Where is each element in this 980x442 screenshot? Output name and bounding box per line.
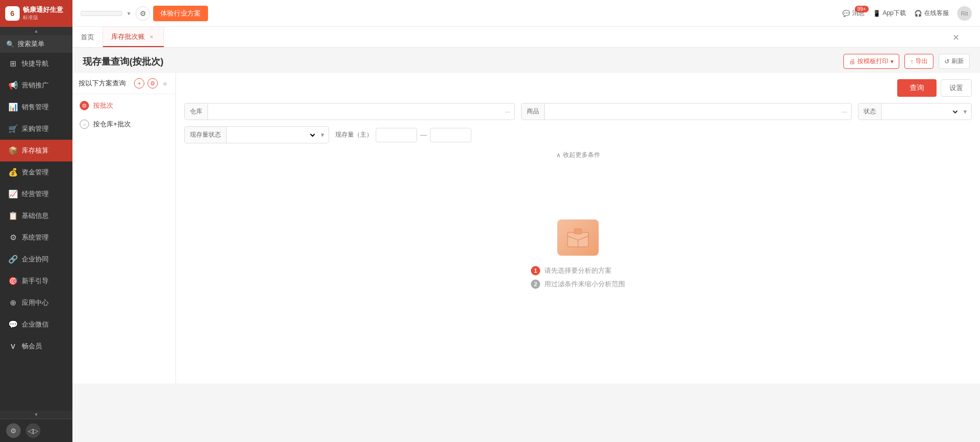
topbar-right: 💬 消息 99+ 📱 App下载 🎧 在线客服 Rit [842,6,972,21]
product-filter: 商品 ··· [521,103,852,120]
tab-panel-close-btn[interactable]: ✕ [953,32,959,42]
svg-rect-1 [574,229,582,234]
page-header: 现存量查询(按批次) 🖨 按模板打印 ▾ ↑ 导出 ↺ 刷新 [72,48,980,73]
status-filter: 状态 ▾ [858,103,972,120]
plan-label-warehouse-batch: 按仓库+批次 [93,120,131,129]
nav-label: 销售管理 [22,102,49,112]
breadcrumb-input[interactable] [81,11,122,16]
step-2-text: 用过滤条件来缩小分析范围 [544,279,625,289]
content-body: 按以下方案查询 + ⚙ « ⚙ 按批次 ○ 按仓库+批次 [72,73,980,384]
app-download-btn[interactable]: 📱 App下载 [873,9,906,18]
sidebar-item-wechat[interactable]: 💬 企业微信 [0,314,72,335]
sidebar-footer: ⚙ ◁▷ [0,419,72,442]
topbar-settings-btn[interactable]: ⚙ [136,6,150,21]
warehouse-label: 仓库 [185,104,208,120]
product-more-icon[interactable]: ··· [838,105,851,119]
settings-btn[interactable]: 设置 [941,79,972,97]
tab-inventory-batch-label: 库存批次账 [111,32,145,41]
sidebar-item-newuser[interactable]: 🎯 新手引导 [0,270,72,292]
toggle-sidebar-btn[interactable]: ◁▷ [26,423,40,438]
export-label: 导出 [915,57,928,66]
nav-label: 应用中心 [22,298,49,307]
left-panel-title: 按以下方案查询 [79,79,126,88]
trial-btn[interactable]: 体验行业方案 [153,6,208,21]
query-btn[interactable]: 查询 [897,79,937,97]
nav-label: 畅会员 [22,342,42,351]
user-menu-btn[interactable]: Rit [957,6,972,21]
tab-home[interactable]: 首页 [72,27,103,47]
refresh-btn[interactable]: ↺ 刷新 [939,54,970,69]
nav-label: 快捷导航 [22,59,49,68]
warehouse-filter: 仓库 ··· [184,103,515,120]
export-icon: ↑ [910,58,913,65]
search-menu-btn[interactable]: 🔍 搜索菜单 [0,35,72,53]
print-btn[interactable]: 🖨 按模板打印 ▾ [843,54,899,69]
message-icon: 💬 [842,10,850,17]
print-label: 按模板打印 [857,57,888,66]
sidebar-item-finance[interactable]: 💰 资金管理 [0,161,72,183]
message-btn[interactable]: 💬 消息 99+ [842,9,865,18]
empty-box-icon [557,219,599,256]
scroll-down-btn[interactable]: ▼ [34,412,39,417]
plan-settings-btn[interactable]: ⚙ [147,78,158,89]
user-avatar: Rit [957,6,972,21]
nav-label: 企业协同 [22,255,49,264]
step-1-badge: 1 [531,266,540,275]
sidebar-item-sales[interactable]: 📊 销售管理 [0,96,72,118]
add-plan-btn[interactable]: + [134,78,144,89]
inventory-qty-max-input[interactable] [430,128,471,142]
sidebar-item-quick-nav[interactable]: ⊞ 快捷导航 [0,53,72,75]
online-service-btn[interactable]: 🎧 在线客服 [914,9,949,18]
step-1-text: 请先选择要分析的方案 [544,266,612,275]
sales-icon: 📊 [8,102,18,112]
ops-icon: 📈 [8,189,18,199]
newuser-icon: 🎯 [8,276,18,286]
inventory-icon: 📦 [8,146,18,155]
sidebar-item-inventory[interactable]: 📦 库存核算 [0,140,72,161]
warehouse-more-icon[interactable]: ··· [501,105,514,119]
sidebar-item-enterprise[interactable]: 🔗 企业协同 [0,248,72,270]
left-panel-header-icons: + ⚙ « [134,78,169,89]
plan-item-warehouse-batch[interactable]: ○ 按仓库+批次 [72,115,175,134]
inventory-qty-min-input[interactable] [376,128,417,142]
app-download-icon: 📱 [873,10,881,17]
sidebar-item-purchase[interactable]: 🛒 采购管理 [0,118,72,140]
tab-inventory-batch[interactable]: 库存批次账 × [103,27,164,47]
filter-row-2: 现存量状态 ▾ 现存量（主） — [184,126,972,143]
plan-label-batch: 按批次 [93,101,113,110]
nav-label: 经营管理 [22,189,49,199]
sidebar-item-marketing[interactable]: 📢 营销推广 [0,75,72,96]
search-icon: 🔍 [6,40,14,48]
export-btn[interactable]: ↑ 导出 [904,54,933,69]
tab-close-btn[interactable]: × [148,33,155,40]
warehouse-input[interactable] [208,105,501,119]
product-input[interactable] [545,105,838,119]
collapse-panel-btn[interactable]: « [161,78,169,89]
action-row: 查询 设置 [184,79,972,97]
collapse-more-icon: ∧ [556,152,561,159]
sidebar-item-vip[interactable]: V 畅会员 [0,335,72,357]
inventory-status-arrow-icon: ▾ [317,127,329,142]
topbar-left: ▾ ⚙ 体验行业方案 [81,6,837,21]
sidebar-nav: ⊞ 快捷导航 📢 营销推广 📊 销售管理 🛒 采购管理 📦 库存核算 💰 资金管… [0,53,72,410]
status-select[interactable] [882,104,959,120]
nav-label: 新手引导 [22,276,49,286]
app-download-label: App下载 [883,9,906,18]
collapse-more-btn[interactable]: ∧ 收起更多条件 [184,148,972,163]
breadcrumb-dropdown-btn[interactable]: ▾ [125,8,132,19]
purchase-icon: 🛒 [8,124,18,134]
product-label: 商品 [522,104,545,120]
scroll-up-btn[interactable]: ▲ [34,28,39,34]
tab-home-label: 首页 [81,33,94,42]
inventory-qty-label: 现存量（主） [335,130,373,139]
inventory-status-select[interactable] [227,127,317,143]
sidebar-item-appstore[interactable]: ⊕ 应用中心 [0,292,72,314]
settings-footer-btn[interactable]: ⚙ [6,423,21,438]
plan-item-batch[interactable]: ⚙ 按批次 [72,96,175,115]
sidebar-item-basic[interactable]: 📋 基础信息 [0,205,72,227]
sidebar-item-ops[interactable]: 📈 经营管理 [0,183,72,205]
sidebar-item-system[interactable]: ⚙ 系统管理 [0,227,72,248]
finance-icon: 💰 [8,168,18,177]
online-service-label: 在线客服 [924,9,949,18]
sidebar-header: 6 畅康通好生意 标准版 [0,0,72,27]
